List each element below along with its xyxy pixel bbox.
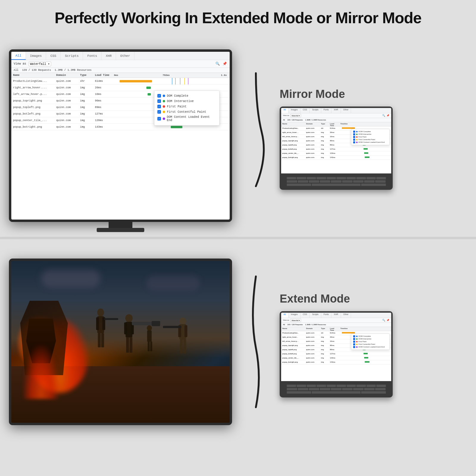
- small-summary: All 100 / 139 Requests 1.3MB / 1.3MB Res…: [281, 118, 391, 122]
- cell-domain: quinn.com: [54, 126, 78, 129]
- small-tab-images-ext[interactable]: Images: [289, 313, 300, 318]
- table-row[interactable]: right_arrow_hover.... quinn.com img 26ms: [11, 84, 230, 91]
- checkbox-dom-complete[interactable]: ✓: [157, 94, 161, 98]
- cloud1: [41, 270, 101, 288]
- small-tab-bar: All Images CSS Scripts Fonts XHR Other: [281, 108, 391, 113]
- tab-scripts[interactable]: Scripts: [61, 52, 83, 60]
- small-popup-item: DOM Content Loaded Event End: [353, 141, 388, 144]
- small-filter: All: [283, 119, 285, 121]
- small-checkbox-ext[interactable]: [353, 346, 355, 348]
- small-tab-other-ext[interactable]: Other: [341, 313, 351, 318]
- small-device-extend-keyboard: [281, 381, 391, 397]
- small-summary-ext: All 100 / 139 Requests 1.3MB / 1.3MB Res…: [281, 323, 391, 327]
- tab-all[interactable]: All: [11, 52, 26, 60]
- small-toolbar: View as Waterfall ▾ 🔍 📌: [281, 113, 391, 118]
- small-pin-icon-ext[interactable]: 📌: [386, 319, 389, 322]
- small-tab-scripts-ext[interactable]: Scripts: [310, 313, 321, 318]
- list-item[interactable]: popup_botright.pngquinn.comimg143ms: [281, 360, 391, 364]
- devtools-toolbar: View as Waterfall ▾ 🔍 📌: [11, 60, 230, 68]
- list-item[interactable]: popup_center_tile_...quinn.comimg120ms: [281, 151, 391, 156]
- key: [297, 385, 306, 387]
- tab-fonts[interactable]: Fonts: [83, 52, 101, 60]
- small-col-timeline-ext: Timeline: [339, 327, 391, 331]
- small-popup-text: First Paint: [358, 136, 367, 138]
- key: [336, 385, 346, 387]
- key: [297, 177, 306, 179]
- tab-images[interactable]: Images: [26, 52, 46, 60]
- small-tab-xhr-ext[interactable]: XHR: [331, 313, 341, 318]
- small-search-icon-ext[interactable]: 🔍: [382, 319, 385, 322]
- small-col-domain: Domain: [305, 122, 320, 126]
- svg-point-22: [147, 325, 152, 331]
- small-device-mirror: All Images CSS Scripts Fonts XHR Other V…: [280, 107, 393, 190]
- small-checkbox[interactable]: [353, 133, 355, 135]
- list-item[interactable]: popup_botleft.pngquinn.comimg127ms: [281, 147, 391, 151]
- key: [331, 180, 341, 183]
- key: [331, 388, 341, 390]
- small-device-extend: All Images CSS Scripts Fonts XHR Other V…: [280, 311, 393, 397]
- devtools-tab-bar: All Images CSS Scripts Fonts XHR Other: [11, 52, 230, 60]
- small-pin-icon[interactable]: 📌: [386, 114, 389, 117]
- small-popup-text-ext: DOM Complete: [358, 335, 371, 337]
- key: [298, 180, 308, 183]
- key: [287, 391, 311, 394]
- cell-name: right_arrow_hover....: [11, 86, 54, 89]
- small-tab-fonts[interactable]: Fonts: [321, 108, 332, 113]
- small-tab-images[interactable]: Images: [289, 108, 300, 113]
- small-checkbox-ext[interactable]: [353, 335, 355, 337]
- small-checkbox-ext[interactable]: [353, 341, 355, 343]
- key: [312, 391, 361, 394]
- small-checkbox[interactable]: [353, 136, 355, 138]
- small-view-as-ext[interactable]: Waterfall ▾: [290, 319, 301, 322]
- key: [375, 180, 386, 183]
- checkbox-dom-interactive[interactable]: ✓: [157, 99, 161, 103]
- popup-label-first-paint: First Paint: [167, 105, 187, 108]
- svg-rect-20: [183, 339, 186, 354]
- checkbox-dom-content-loaded[interactable]: ✓: [157, 117, 161, 120]
- settings-icon[interactable]: 📌: [222, 61, 227, 67]
- small-col-name: Name: [281, 122, 305, 126]
- tab-other[interactable]: Other: [116, 52, 134, 60]
- checkbox-first-paint[interactable]: ✓: [157, 105, 161, 108]
- list-item[interactable]: popup_center_tile_...quinn.comimg120ms: [281, 356, 391, 360]
- small-tab-other[interactable]: Other: [341, 108, 351, 113]
- small-checkbox[interactable]: [353, 139, 355, 141]
- small-checkbox-ext[interactable]: [353, 343, 355, 345]
- table-row[interactable]: ProductListingView... quinn.com xhr 614m…: [11, 78, 230, 84]
- small-dot-red-ext: [356, 341, 358, 342]
- small-popup-item: DOM Complete: [353, 130, 388, 133]
- small-checkbox[interactable]: [353, 141, 355, 143]
- section-divider: [0, 237, 476, 239]
- small-view-as[interactable]: Waterfall ▾: [290, 114, 301, 117]
- key: [376, 385, 386, 387]
- col-type-header: Type: [78, 73, 93, 77]
- small-popup-item: DOM Interactive: [353, 133, 388, 136]
- small-requests: 100 / 139 Requests: [287, 119, 303, 121]
- small-tab-all-ext[interactable]: All: [281, 313, 289, 318]
- tab-css[interactable]: CSS: [46, 52, 61, 60]
- view-as-select[interactable]: Waterfall ▾: [29, 62, 51, 66]
- cell-type: img: [78, 119, 93, 122]
- small-tab-xhr[interactable]: XHR: [331, 108, 341, 113]
- small-tab-fonts-ext[interactable]: Fonts: [321, 313, 332, 318]
- checkbox-first-contentful[interactable]: ✓: [157, 110, 161, 114]
- small-tab-all[interactable]: All: [281, 108, 289, 113]
- tab-xhr[interactable]: XHR: [101, 52, 116, 60]
- svg-rect-24: [148, 342, 150, 351]
- key: [287, 180, 297, 183]
- list-item[interactable]: popup_botleft.pngquinn.comimg127ms: [281, 352, 391, 356]
- search-icon[interactable]: 🔍: [215, 61, 220, 67]
- key: [367, 177, 376, 179]
- small-search-icon[interactable]: 🔍: [382, 114, 385, 117]
- devtools-summary: All 139 / 139 Requests 1.3MB / 1.3MB Res…: [11, 68, 230, 73]
- small-tab-scripts[interactable]: Scripts: [310, 108, 321, 113]
- cell-type: xhr: [78, 80, 93, 83]
- list-item[interactable]: popup_botright.pngquinn.comimg143ms: [281, 156, 391, 160]
- cell-name: popup_topright.png: [11, 99, 54, 102]
- small-popup-item-ext: DOM Content Loaded Event End: [353, 346, 388, 348]
- small-tab-css-ext[interactable]: CSS: [300, 313, 310, 318]
- cell-type: img: [78, 106, 93, 109]
- small-checkbox-ext[interactable]: [353, 338, 355, 340]
- small-checkbox[interactable]: [353, 131, 355, 133]
- small-tab-css[interactable]: CSS: [300, 108, 310, 113]
